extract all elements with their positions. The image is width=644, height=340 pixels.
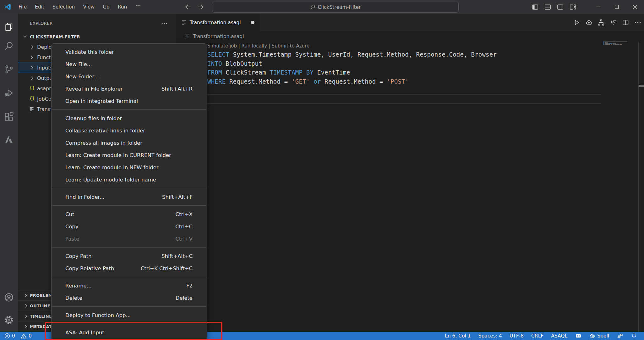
menubar-item-go[interactable]: Go: [99, 2, 114, 12]
menu-item-label: Delete: [65, 295, 82, 301]
error-circle-icon: [4, 333, 10, 339]
menu-item-copy-path[interactable]: Copy PathShift+Alt+C: [52, 250, 207, 262]
menubar-item-selection[interactable]: Selection: [48, 2, 79, 12]
menu-item-deploy-to-function-app[interactable]: Deploy to Function App...: [52, 309, 207, 321]
window-minimize-button[interactable]: [589, 0, 608, 14]
menubar-item-run[interactable]: Run: [114, 2, 131, 12]
source-control-icon[interactable]: [4, 64, 14, 74]
menu-item-rename[interactable]: Rename...F2: [52, 280, 207, 292]
hierarchy-icon[interactable]: [598, 19, 605, 26]
menu-item-new-folder[interactable]: New Folder...: [52, 70, 207, 83]
menu-item-shortcut: Ctrl+X: [176, 211, 193, 217]
cloud-upload-icon[interactable]: [585, 19, 592, 26]
nav-back-icon[interactable]: [184, 3, 193, 11]
account-icon[interactable]: [4, 293, 14, 302]
command-center-label: ClickStream-Filter: [318, 4, 361, 10]
toggle-panel-icon[interactable]: [544, 3, 551, 11]
menu-item-label: Collapse relative links in folder: [65, 128, 145, 134]
status-feedback-icon[interactable]: [613, 333, 627, 339]
breadcrumb-item[interactable]: Transformation.asaql: [193, 34, 244, 39]
azure-icon[interactable]: [4, 135, 14, 145]
tab-label: Transformation.asaql: [190, 20, 241, 25]
status-spaces-4[interactable]: Spaces: 4: [475, 333, 506, 339]
menu-item-reveal-in-file-explorer[interactable]: Reveal in File ExplorerShift+Alt+R: [52, 83, 207, 95]
menu-item-delete[interactable]: DeleteDelete: [52, 292, 207, 304]
json-braces-icon: {}: [30, 96, 35, 102]
chevron-right-icon: [29, 44, 35, 50]
close-icon: [632, 4, 638, 10]
breadcrumbs[interactable]: Transformation.asaql: [176, 31, 644, 42]
split-editor-icon[interactable]: [622, 19, 629, 26]
menubar-item-file[interactable]: File: [14, 2, 31, 12]
status-0[interactable]: 0: [2, 333, 18, 339]
explorer-more-actions-icon[interactable]: [161, 20, 168, 27]
menu-item-copy[interactable]: CopyCtrl+C: [52, 220, 207, 233]
tab-transformation-asaql[interactable]: Transformation.asaql: [176, 14, 260, 31]
window-close-button[interactable]: [626, 0, 644, 14]
menu-item-learn-update-module-folder-name[interactable]: Learn: Update module folder name: [52, 174, 207, 186]
explorer-icon[interactable]: [4, 22, 14, 32]
codelens-actions[interactable]: Simulate job | Run locally | Submit to A…: [207, 42, 309, 50]
status-copilot-icon[interactable]: [571, 332, 586, 339]
status-item-label: UTF-8: [510, 333, 524, 339]
code-line-4: WHERE Request.Method = 'GET' or Request.…: [207, 77, 409, 86]
status-asaql[interactable]: ASAQL: [547, 333, 571, 339]
nav-forward-icon[interactable]: [196, 3, 205, 11]
menu-item-open-in-integrated-terminal[interactable]: Open in Integrated Terminal: [52, 95, 207, 107]
menu-item-find-in-folder[interactable]: Find in Folder...Shift+Alt+F: [52, 191, 207, 203]
tab-strip: Transformation.asaql: [176, 14, 644, 31]
status-bell-icon[interactable]: [627, 333, 641, 339]
annotation-highlight-box: [45, 322, 222, 340]
menu-item-label: Copy: [65, 224, 79, 230]
extensions-icon[interactable]: [4, 112, 14, 122]
search-sidebar-icon[interactable]: [4, 41, 14, 51]
copilot-icon: [575, 332, 582, 339]
menu-item-label: New Folder...: [65, 74, 99, 80]
code-line-3: FROM ClickStream TIMESTAMP BY EventTime: [207, 68, 350, 77]
menu-item-shortcut: Shift+Alt+F: [162, 194, 193, 200]
editor-actions: [573, 14, 641, 31]
minimap[interactable]: [603, 42, 631, 45]
customize-layout-icon[interactable]: [569, 3, 576, 11]
menu-item-copy-relative-path[interactable]: Copy Relative PathCtrl+K Ctrl+Shift+C: [52, 262, 207, 275]
tree-root-folder[interactable]: CLICKSTREAM-FILTER: [18, 31, 176, 42]
status-bar-left: 00: [2, 333, 35, 339]
window-maximize-button[interactable]: [608, 0, 626, 14]
modified-dot-icon[interactable]: [251, 21, 254, 24]
menu-item-label: Learn: Create module in NEW folder: [65, 164, 159, 170]
toggle-secondary-sidebar-icon[interactable]: [557, 3, 564, 11]
account-feedback-icon[interactable]: [610, 19, 617, 26]
menu-item-learn-create-module-in-new-folder[interactable]: Learn: Create module in NEW folder: [52, 161, 207, 174]
menu-item-cleanup-files-in-folder[interactable]: Cleanup files in folder: [52, 112, 207, 125]
menubar-item-view[interactable]: View: [79, 2, 99, 12]
menu-item-compress-all-images-in-folder[interactable]: Compress all images in folder: [52, 137, 207, 149]
menu-item-shortcut: Shift+Alt+R: [161, 86, 193, 92]
status-bar-right: Ln 6, Col 1Spaces: 4UTF-8CRLFASAQLSpell: [441, 332, 641, 339]
status-utf-8[interactable]: UTF-8: [506, 333, 527, 339]
menubar-item-edit[interactable]: Edit: [31, 2, 48, 12]
status-ln-6-col-1[interactable]: Ln 6, Col 1: [441, 333, 475, 339]
menubar-more-icon[interactable]: [131, 2, 145, 12]
more-actions-icon[interactable]: [634, 19, 641, 26]
menubar: FileEditSelectionViewGoRun: [14, 0, 145, 14]
menu-item-cut[interactable]: CutCtrl+X: [52, 208, 207, 220]
chevron-right-icon: [23, 324, 28, 329]
settings-gear-icon[interactable]: [4, 315, 14, 325]
run-debug-icon[interactable]: [4, 88, 14, 98]
menu-item-shortcut: Ctrl+K Ctrl+Shift+C: [141, 265, 193, 271]
chevron-right-icon: [29, 65, 35, 70]
command-center-search[interactable]: ClickStream-Filter: [212, 2, 459, 13]
menu-item-validate-this-folder[interactable]: Validate this folder: [52, 46, 207, 58]
menu-item-collapse-relative-links-in-folder[interactable]: Collapse relative links in folder: [52, 125, 207, 137]
status-0[interactable]: 0: [18, 333, 35, 339]
code-editor[interactable]: Simulate job | Run locally | Submit to A…: [176, 42, 644, 332]
toggle-sidebar-icon[interactable]: [532, 3, 539, 11]
tree-item-label: Inputs: [37, 65, 53, 71]
menu-item-paste: PasteCtrl+V: [52, 233, 207, 245]
menu-item-new-file[interactable]: New File...: [52, 58, 207, 70]
status-crlf[interactable]: CRLF: [527, 333, 547, 339]
menu-item-learn-create-module-in-current-folder[interactable]: Learn: Create module in CURRENT folder: [52, 149, 207, 161]
file-lines-icon: [181, 20, 187, 25]
status-spell[interactable]: Spell: [586, 333, 613, 339]
run-query-icon[interactable]: [573, 19, 580, 26]
